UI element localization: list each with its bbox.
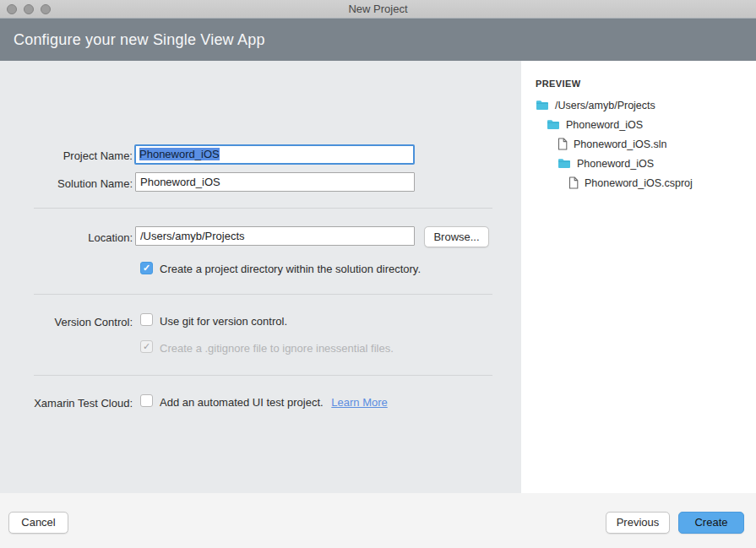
preview-heading: PREVIEW: [536, 79, 581, 89]
create-project-directory-checkbox[interactable]: [140, 262, 153, 274]
tree-item: Phoneword_iOS.csproj: [536, 173, 747, 193]
solution-name-label: Solution Name:: [0, 177, 133, 190]
project-name-label: Project Name:: [0, 149, 133, 162]
project-name-input[interactable]: Phoneword_iOS: [134, 144, 415, 165]
section-divider: [34, 375, 492, 376]
new-project-dialog: New Project Configure your new Single Vi…: [0, 0, 756, 548]
cancel-button[interactable]: Cancel: [8, 512, 68, 534]
solution-name-input[interactable]: [135, 172, 415, 192]
folder-icon: [557, 158, 571, 169]
gitignore-checkbox: [140, 340, 153, 353]
add-ui-test-checkbox[interactable]: [140, 394, 153, 407]
add-ui-test-label: Add an automated UI test project. Learn …: [160, 396, 388, 409]
learn-more-link[interactable]: Learn More: [331, 396, 387, 409]
use-git-checkbox[interactable]: [140, 313, 153, 326]
tree-item: /Users/amyb/Projects: [536, 95, 747, 115]
folder-icon: [547, 119, 560, 130]
tree-item: Phoneword_iOS: [536, 115, 747, 134]
location-label: Location:: [0, 231, 133, 244]
folder-icon: [536, 100, 549, 111]
add-ui-test-text: Add an automated UI test project.: [160, 396, 324, 409]
tree-item-name: Phoneword_iOS.csproj: [585, 177, 693, 189]
previous-button[interactable]: Previous: [606, 512, 670, 534]
tree-item: Phoneword_iOS: [536, 154, 747, 173]
file-icon: [557, 138, 568, 150]
page-title: Configure your new Single View App: [14, 19, 265, 61]
section-divider: [34, 208, 492, 209]
configuration-form: [0, 61, 521, 493]
wizard-header: Configure your new Single View App: [0, 19, 756, 61]
selected-text: Phoneword_iOS: [139, 148, 220, 160]
tree-item-name: Phoneword_iOS: [566, 119, 643, 131]
file-icon: [568, 176, 579, 189]
tree-item-name: Phoneword_iOS: [577, 158, 654, 170]
gitignore-label: Create a .gitignore file to ignore iness…: [160, 342, 394, 355]
xamarin-test-cloud-label: Xamarin Test Cloud:: [0, 397, 133, 410]
use-git-label: Use git for version control.: [160, 315, 287, 328]
create-button[interactable]: Create: [678, 512, 744, 534]
version-control-label: Version Control:: [0, 316, 133, 328]
tree-item-name: Phoneword_iOS.sln: [574, 138, 666, 150]
create-project-directory-label: Create a project directory within the so…: [160, 263, 421, 275]
tree-item-name: /Users/amyb/Projects: [555, 100, 655, 111]
title-bar: New Project: [0, 0, 756, 19]
section-divider: [34, 294, 492, 295]
browse-button[interactable]: Browse...: [424, 226, 489, 247]
tree-item: Phoneword_iOS.sln: [536, 134, 747, 154]
preview-tree: /Users/amyb/ProjectsPhoneword_iOSPhonewo…: [536, 95, 747, 193]
window-title: New Project: [0, 0, 756, 19]
location-input[interactable]: [135, 226, 415, 246]
